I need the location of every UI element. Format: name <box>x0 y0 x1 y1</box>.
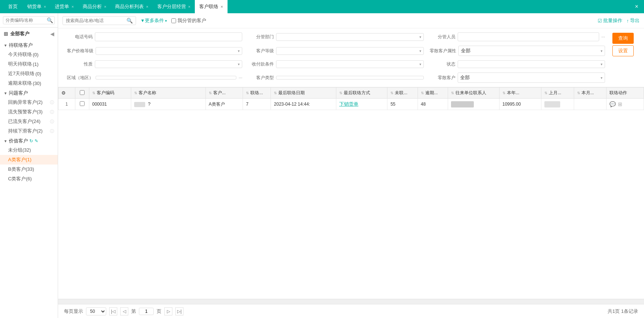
filter-row-3: 性质 ▾ 收付款条件 ▾ <box>64 59 608 69</box>
group-value-label: 价值客户 <box>9 138 28 144</box>
horizontal-scrollbar[interactable] <box>58 299 644 304</box>
cust-type-select[interactable] <box>276 76 423 80</box>
search-box: 🔍 <box>62 16 136 25</box>
col-this-month[interactable]: ⇅本月... <box>574 88 607 99</box>
export-button[interactable]: ↑ 导出 <box>627 17 640 24</box>
person-input[interactable] <box>458 32 599 41</box>
close-all-tabs-button[interactable]: × <box>632 2 641 11</box>
prev-page-button[interactable]: ◁ <box>120 307 128 315</box>
sidebar-item-tomorrow[interactable]: 明天待联络(1) <box>0 59 58 69</box>
info-icon: ⓘ <box>50 119 54 124</box>
region-dots-button[interactable]: ··· <box>239 75 242 80</box>
contact-method-link[interactable]: 下销货单 <box>339 101 358 107</box>
sidebar-item-declining[interactable]: 持续下滑客户(2) ⓘ <box>0 126 58 136</box>
col-contact-person[interactable]: ⇅往来单位联系人 <box>448 88 500 99</box>
region-label: 区域（地区） <box>67 75 93 81</box>
dept-select[interactable]: ▾ <box>276 33 423 41</box>
col-overdue[interactable]: ⇅逾期... <box>418 88 448 99</box>
page-number-input[interactable] <box>139 308 154 315</box>
content-area: 🔍 ▼ 更多条件 ▾ 我分管的客户 ☑ 批量操作 ↑ 导出 <box>58 13 644 318</box>
sidebar-collapse-button[interactable]: ◀ <box>50 31 54 37</box>
filter-row-1: 电话号码 分管部门 ▾ 分管人员 <box>64 31 608 42</box>
customer-code: 000031 <box>89 99 131 110</box>
sidebar-item-class-a[interactable]: A类客户(1) <box>0 155 58 165</box>
col-uncontacted[interactable]: ⇅未联... <box>387 88 418 99</box>
sidebar-item-unclassified[interactable]: 未分组(32) <box>0 145 58 155</box>
query-button[interactable]: 查询 <box>612 33 634 44</box>
refresh-icon[interactable]: ↻ <box>29 138 33 144</box>
first-page-button[interactable]: |◁ <box>109 307 117 315</box>
grid-action-icon[interactable]: ⊞ <box>618 101 622 107</box>
nav-tab-4[interactable]: 客户分层经营 × <box>153 0 195 13</box>
close-icon[interactable]: × <box>44 4 46 9</box>
sidebar-item-7days[interactable]: 近7天待联络(0) <box>0 69 58 78</box>
nav-tab-1[interactable]: 进货单 × <box>50 0 78 13</box>
nature-select[interactable]: ▾ <box>95 60 242 68</box>
edit-value-icon[interactable]: ✎ <box>35 138 38 144</box>
cust-grade-label: 客户等级 <box>248 48 274 54</box>
nav-tab-3[interactable]: 商品分析列表 × <box>111 0 153 13</box>
close-icon[interactable]: × <box>146 4 148 9</box>
nav-tab-5[interactable]: 客户联络 × <box>195 0 227 13</box>
sidebar-item-class-b[interactable]: B类客户(33) <box>0 165 58 174</box>
my-customers-check[interactable] <box>171 18 176 23</box>
main-search-input[interactable] <box>66 18 125 23</box>
col-last-method[interactable]: ⇅最后联络方式 <box>336 88 387 99</box>
main-layout: 🔍 ⊞ 全部客户 ◀ ▼ 待联络客户 今天待联络(0) 明天待联络(1) 近7天… <box>0 13 644 318</box>
settings-button[interactable]: 设置 <box>612 45 634 56</box>
phone-input[interactable] <box>95 32 242 41</box>
sidebar-item-today[interactable]: 今天待联络(0) <box>0 50 58 59</box>
payment-select[interactable]: ▾ <box>276 60 423 68</box>
col-checkbox <box>75 88 89 99</box>
my-customers-checkbox[interactable]: 我分管的客户 <box>171 17 206 24</box>
page-size-select[interactable]: 50 100 200 <box>86 307 106 315</box>
last-month-amount <box>541 99 574 110</box>
sidebar-group-pending[interactable]: ▼ 待联络客户 <box>0 40 58 50</box>
col-code[interactable]: ⇅客户编码 <box>89 88 131 99</box>
chat-icon[interactable]: 💬 <box>609 101 616 107</box>
sidebar-item-churned[interactable]: 已流失客户(24) ⓘ <box>0 117 58 126</box>
sidebar-item-churn-warn[interactable]: 流失预警客户(3) ⓘ <box>0 107 58 117</box>
sort-icon: ⇅ <box>274 91 277 95</box>
col-type[interactable]: ⇅客户... <box>205 88 243 99</box>
grid-icon: ⊞ <box>4 31 8 37</box>
last-contact-date: 2023-04-12 14:44: <box>271 99 336 110</box>
col-last-month[interactable]: ⇅上月... <box>541 88 574 99</box>
sidebar-item-abnormal[interactable]: 回购异常客户(2) ⓘ <box>0 98 58 107</box>
row-checkbox[interactable] <box>80 101 85 106</box>
dots-button[interactable]: ··· <box>601 34 605 39</box>
nav-tab-0[interactable]: 销货单 × <box>23 0 50 13</box>
close-icon[interactable]: × <box>221 4 223 9</box>
price-grade-select[interactable]: ▾ <box>96 47 242 55</box>
close-icon[interactable]: × <box>104 4 106 9</box>
col-settings[interactable]: ⚙ <box>58 88 75 99</box>
nav-tab-2[interactable]: 商品分析 × <box>78 0 111 13</box>
nav-home[interactable]: 首页 <box>3 0 23 13</box>
region-select[interactable] <box>96 76 236 80</box>
export-icon: ↑ <box>627 18 629 24</box>
sparse-attr-select[interactable]: 全部 ▾ <box>458 46 605 56</box>
status-select[interactable]: ▾ <box>458 60 605 68</box>
sparse-cust-select[interactable]: 全部 ▾ <box>458 73 605 83</box>
sidebar-item-overdue[interactable]: 逾期未联络(30) <box>0 78 58 88</box>
sidebar-group-value[interactable]: ▼ 价值客户 ↻ ✎ <box>0 136 58 145</box>
col-this-year[interactable]: ⇅本年... <box>499 88 541 99</box>
customer-type: A类客户 <box>205 99 243 110</box>
cust-grade-select[interactable]: ▾ <box>276 47 423 55</box>
filter-cell-price-grade: 客户价格等级 ▾ <box>64 46 245 56</box>
chevron-down-icon: ▾ <box>419 62 421 66</box>
filter-cell-cust-grade: 客户等级 ▾ <box>245 46 426 56</box>
close-icon[interactable]: × <box>188 4 190 9</box>
col-last-date[interactable]: ⇅最后联络日期 <box>271 88 336 99</box>
col-contacts[interactable]: ⇅联络... <box>243 88 271 99</box>
batch-op-button[interactable]: ☑ 批量操作 <box>598 17 622 24</box>
sidebar-group-problem[interactable]: ▼ 问题客户 <box>0 88 58 98</box>
col-name[interactable]: ⇅客户名称 <box>131 88 205 99</box>
next-page-button[interactable]: ▷ <box>164 307 172 315</box>
select-all-checkbox[interactable] <box>80 90 85 95</box>
sidebar-item-class-c[interactable]: C类客户(6) <box>0 174 58 184</box>
close-icon[interactable]: × <box>71 4 74 9</box>
chevron-icon: ▾ <box>165 19 167 23</box>
more-conditions-button[interactable]: ▼ 更多条件 ▾ <box>140 17 167 24</box>
last-page-button[interactable]: ▷| <box>175 307 183 315</box>
